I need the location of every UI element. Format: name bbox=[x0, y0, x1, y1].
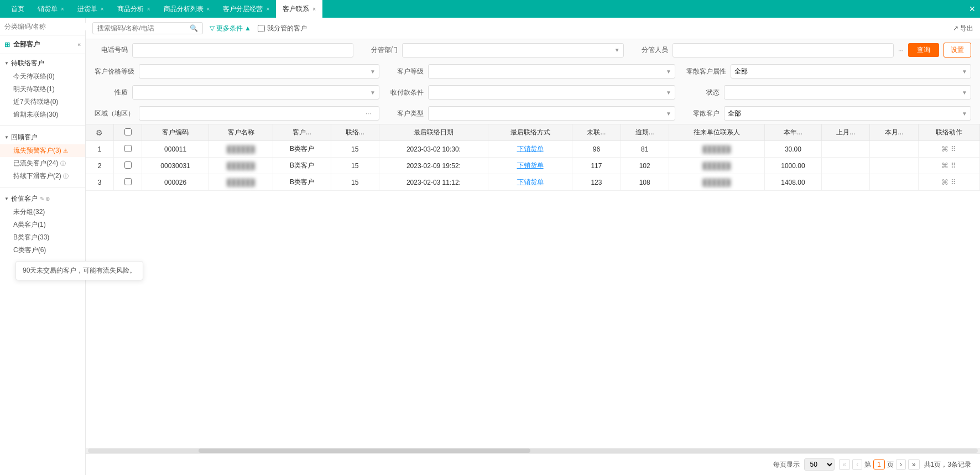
gender-select[interactable]: ▼ bbox=[132, 85, 379, 100]
sidebar-item-churn-warning[interactable]: 流失预警客户(3) ⚠ bbox=[0, 144, 85, 157]
more-conditions-button[interactable]: ▽ 更多条件 ▲ bbox=[210, 24, 251, 33]
phone-input[interactable] bbox=[132, 43, 353, 58]
table-row: 2 00030031 ██████ B类客户 15 2023-02-09 19:… bbox=[86, 158, 980, 174]
row-name: ██████ bbox=[208, 141, 273, 158]
close-icon[interactable]: × bbox=[61, 6, 64, 12]
row-overdue: 102 bbox=[621, 158, 669, 174]
price-level-select[interactable]: ▼ bbox=[139, 64, 379, 79]
row-overdue: 108 bbox=[621, 174, 669, 191]
settings-button[interactable]: 设置 bbox=[943, 43, 971, 58]
tab-purchase[interactable]: 进货单 × bbox=[71, 0, 111, 18]
sidebar-group-value-title[interactable]: ▼ 价值客户 ✎ ⊕ bbox=[0, 192, 85, 206]
tab-customer-tier[interactable]: 客户分层经营 × bbox=[216, 0, 276, 18]
customer-level-select[interactable]: ▼ bbox=[428, 64, 675, 79]
per-page-select[interactable]: 50 100 bbox=[804, 458, 835, 471]
status-select[interactable]: ▼ bbox=[724, 85, 971, 100]
row-check[interactable] bbox=[124, 178, 132, 185]
col-code: 客户编码 bbox=[142, 124, 208, 141]
sidebar: 🔍 ⊞ 全部客户 « ▼ 待联络客户 今天待联络(0) 明天待联络(1) 近7天… bbox=[0, 18, 86, 475]
sidebar-item-tomorrow[interactable]: 明天待联络(1) bbox=[0, 83, 85, 96]
sidebar-all-customers[interactable]: ⊞ 全部客户 « bbox=[0, 35, 85, 54]
table-area: ⚙ 客户编码 客户名称 客户... 联络... 最后联络日期 最后联络方式 未联… bbox=[86, 124, 980, 448]
tab-goods-analysis[interactable]: 商品分析 × bbox=[111, 0, 157, 18]
col-type: 客户... bbox=[273, 124, 331, 141]
col-action: 联络动作 bbox=[918, 124, 979, 141]
row-this-year: 1408.00 bbox=[764, 174, 821, 191]
customer-type-select[interactable]: ▼ bbox=[428, 106, 675, 121]
row-contact: 15 bbox=[331, 174, 379, 191]
payment-select[interactable]: ▼ bbox=[428, 85, 675, 100]
sidebar-item-overdue[interactable]: 逾期未联络(30) bbox=[0, 108, 85, 121]
sidebar-item-today[interactable]: 今天待联络(0) bbox=[0, 70, 85, 83]
sidebar-item-declining[interactable]: 持续下滑客户(2) ⓘ bbox=[0, 170, 85, 182]
contact-action-icon[interactable]: ⌘ bbox=[941, 161, 948, 170]
close-icon[interactable]: × bbox=[266, 6, 269, 12]
row-contact: 15 bbox=[331, 141, 379, 158]
add-icon[interactable]: ⊕ bbox=[45, 196, 50, 202]
search-button-icon[interactable]: 🔍 bbox=[190, 24, 198, 32]
close-icon[interactable]: × bbox=[207, 6, 210, 12]
next-page-button[interactable]: › bbox=[896, 459, 906, 470]
close-icon[interactable]: × bbox=[101, 6, 104, 12]
sidebar-item-class-a[interactable]: A类客户(1) bbox=[0, 218, 85, 231]
my-customers-check[interactable] bbox=[258, 25, 265, 32]
row-this-year: 30.00 bbox=[764, 141, 821, 158]
close-icon[interactable]: × bbox=[147, 6, 150, 12]
last-page-button[interactable]: » bbox=[908, 459, 920, 470]
grid-icon: ⊞ bbox=[4, 41, 10, 49]
sidebar-search-input[interactable] bbox=[4, 23, 87, 30]
col-overdue: 逾期... bbox=[621, 124, 669, 141]
export-button[interactable]: ↗ 导出 bbox=[953, 24, 973, 33]
scroll-thumb[interactable] bbox=[199, 448, 530, 453]
row-last-month bbox=[822, 174, 870, 191]
sidebar-item-7days[interactable]: 近7天待联络(0) bbox=[0, 96, 85, 108]
contact-action-icon[interactable]: ⌘ bbox=[941, 178, 948, 186]
sidebar-group-review-title[interactable]: ▼ 回顾客户 bbox=[0, 131, 85, 144]
contact-action-icon[interactable]: ⌘ bbox=[941, 145, 948, 153]
sidebar-group-review: ▼ 回顾客户 90天未交易的客户，可能有流失风险。 流失预警客户(3) ⚠ 已流… bbox=[0, 128, 85, 185]
row-type: B类客户 bbox=[273, 174, 331, 191]
gear-icon[interactable]: ⚙ bbox=[96, 128, 103, 137]
sidebar-group-pending-title[interactable]: ▼ 待联络客户 bbox=[0, 56, 85, 70]
more-action-icon[interactable]: ⠿ bbox=[951, 161, 956, 170]
row-overdue: 81 bbox=[621, 141, 669, 158]
retail-prop-select[interactable]: 全部▼ bbox=[731, 64, 971, 79]
col-settings[interactable]: ⚙ bbox=[86, 124, 113, 141]
row-check[interactable] bbox=[124, 161, 132, 169]
row-uncontact: 96 bbox=[572, 141, 621, 158]
more-action-icon[interactable]: ⠿ bbox=[951, 178, 956, 186]
row-check[interactable] bbox=[124, 145, 132, 152]
tab-customer-contact[interactable]: 客户联系 × bbox=[276, 0, 322, 18]
row-checkbox bbox=[113, 158, 142, 174]
tab-sales[interactable]: 销货单 × bbox=[31, 0, 71, 18]
sidebar-item-churned[interactable]: 已流失客户(24) ⓘ bbox=[0, 157, 85, 170]
nav-close-button[interactable]: ✕ bbox=[969, 4, 976, 13]
col-checkbox bbox=[113, 124, 142, 141]
person-input[interactable] bbox=[673, 43, 894, 58]
table-header-row: ⚙ 客户编码 客户名称 客户... 联络... 最后联络日期 最后联络方式 未联… bbox=[86, 124, 980, 141]
chevron-down-icon: ▼ bbox=[370, 69, 376, 75]
sidebar-item-ungrouped[interactable]: 未分组(32) bbox=[0, 206, 85, 218]
prev-page-button[interactable]: ‹ bbox=[852, 459, 862, 470]
sidebar-item-class-b[interactable]: B类客户(33) bbox=[0, 231, 85, 244]
edit-icon[interactable]: ✎ bbox=[40, 196, 44, 202]
more-action-icon[interactable]: ⠿ bbox=[951, 145, 956, 153]
tab-goods-list[interactable]: 商品分析列表 × bbox=[157, 0, 217, 18]
dept-select[interactable]: ▼ bbox=[402, 43, 623, 58]
close-icon[interactable]: × bbox=[312, 6, 316, 12]
more-icon[interactable]: ··· bbox=[894, 46, 908, 54]
horizontal-scrollbar[interactable] bbox=[86, 448, 980, 453]
row-last-date: 2023-02-09 19:52: bbox=[379, 158, 488, 174]
chevron-down-icon: ▼ bbox=[370, 90, 376, 96]
retail-customer-select[interactable]: 全部▼ bbox=[724, 106, 971, 121]
search-input[interactable] bbox=[97, 24, 190, 32]
my-customers-checkbox[interactable]: 我分管的客户 bbox=[258, 24, 307, 33]
first-page-button[interactable]: « bbox=[839, 459, 851, 470]
tab-home[interactable]: 首页 bbox=[4, 0, 31, 18]
adv-filter-row-1: 电话号码 分管部门 ▼ 分管人员 ··· 查询 设置 bbox=[86, 39, 980, 61]
sidebar-item-class-c[interactable]: C类客户(6) bbox=[0, 244, 85, 257]
query-button[interactable]: 查询 bbox=[908, 43, 939, 57]
select-all-checkbox[interactable] bbox=[124, 128, 132, 135]
more-icon[interactable]: ··· bbox=[361, 109, 376, 117]
area-select[interactable]: ··· bbox=[139, 106, 379, 121]
